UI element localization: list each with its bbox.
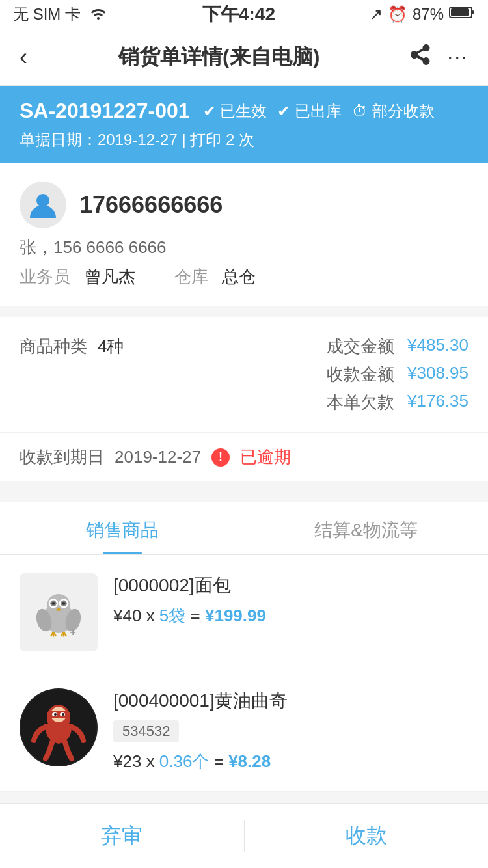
customer-meta: 业务员 曾凡杰 仓库 总仓 <box>20 265 468 288</box>
due-section: 收款到期日 2019-12-27 ! 已逾期 <box>0 432 488 481</box>
tab-sales-products[interactable]: 销售商品 <box>0 502 244 554</box>
stats-debt: 本单欠款 ¥176.35 <box>327 391 468 414</box>
nav-title: 销货单详情(来自电脑) <box>118 43 319 72</box>
cancel-button[interactable]: 弃审 <box>0 804 244 868</box>
due-date-value: 2019-12-27 <box>115 447 201 467</box>
tabs: 销售商品 结算&物流等 <box>0 502 488 555</box>
svg-point-28 <box>62 713 64 716</box>
carrier-text: 无 SIM 卡 <box>13 4 81 25</box>
product-qty-1: 5袋 <box>159 606 185 625</box>
debt-value: ¥176.35 <box>407 391 468 414</box>
alarm-icon: ⏰ <box>388 5 407 23</box>
received-value: ¥308.95 <box>407 363 468 386</box>
divider-2 <box>0 481 488 492</box>
overdue-icon: ! <box>211 448 230 467</box>
product-price-1: ¥40 x 5袋 = ¥199.99 <box>113 604 468 627</box>
salesperson-value: 曾凡杰 <box>85 267 135 286</box>
customer-contact: 张，156 6666 6666 <box>20 236 468 259</box>
location-icon: ↗ <box>370 5 383 23</box>
svg-rect-1 <box>451 8 469 16</box>
customer-section: 17666666666 张，156 6666 6666 业务员 曾凡杰 仓库 总… <box>0 163 488 306</box>
customer-phone: 17666666666 <box>79 191 223 219</box>
battery-icon <box>449 5 475 23</box>
customer-row1: 17666666666 <box>20 182 468 228</box>
product-qty-2: 0.36个 <box>159 752 210 771</box>
status-bar-left: 无 SIM 卡 <box>13 4 108 25</box>
badge-effected: ✔ 已生效 <box>203 101 267 122</box>
stats-amount: 成交金额 ¥485.30 <box>327 335 468 358</box>
product-list: + [0000002]面包 ¥40 x 5袋 = ¥199.99 <box>0 555 488 792</box>
badge-partial-payment: ⏱ 部分收款 <box>352 101 435 122</box>
product-price-2: ¥23 x 0.36个 = ¥8.28 <box>113 750 468 773</box>
divider-1 <box>0 306 488 317</box>
product-name-2: [000400001]黄油曲奇 <box>113 688 468 713</box>
stats-right: 成交金额 ¥485.30 收款金额 ¥308.95 本单欠款 ¥176.35 <box>327 335 468 414</box>
share-button[interactable] <box>411 44 431 70</box>
header-banner-row1: SA-20191227-001 ✔ 已生效 ✔ 已出库 ⏱ 部分收款 <box>20 99 468 123</box>
header-banner: SA-20191227-001 ✔ 已生效 ✔ 已出库 ⏱ 部分收款 单据日期：… <box>0 86 488 163</box>
status-badges: ✔ 已生效 ✔ 已出库 ⏱ 部分收款 <box>203 101 435 122</box>
status-bar-time: 下午4:42 <box>202 2 275 27</box>
back-button[interactable]: ‹ <box>20 44 27 71</box>
more-button[interactable]: ··· <box>447 45 468 69</box>
product-name-1: [0000002]面包 <box>113 573 468 598</box>
wifi-icon <box>88 5 108 23</box>
product-type-count: 4种 <box>98 335 124 358</box>
stats-received: 收款金额 ¥308.95 <box>327 363 468 386</box>
product-thumb-2 <box>20 688 98 766</box>
svg-text:+: + <box>70 627 76 638</box>
overdue-text: 已逾期 <box>240 446 291 468</box>
product-info-2: [000400001]黄油曲奇 534532 ¥23 x 0.36个 = ¥8.… <box>113 688 468 773</box>
avatar <box>20 182 66 228</box>
svg-rect-24 <box>47 711 70 718</box>
product-item-1: + [0000002]面包 ¥40 x 5袋 = ¥199.99 <box>0 555 488 670</box>
product-info-1: [0000002]面包 ¥40 x 5袋 = ¥199.99 <box>113 573 468 627</box>
product-total-1: ¥199.99 <box>205 606 266 625</box>
stats-section: 商品种类 4种 成交金额 ¥485.30 收款金额 ¥308.95 本单欠款 ¥… <box>0 317 488 432</box>
product-total-2: ¥8.28 <box>228 752 271 771</box>
warehouse-value: 总仓 <box>222 267 256 286</box>
badge-outstock: ✔ 已出库 <box>277 101 342 122</box>
status-bar: 无 SIM 卡 下午4:42 ↗ ⏰ 87% <box>0 0 488 29</box>
svg-point-27 <box>54 713 57 716</box>
received-label: 收款金额 <box>327 363 394 386</box>
nav-actions: ··· <box>411 44 468 70</box>
product-unit-price-1: ¥40 <box>113 606 141 625</box>
amount-value: ¥485.30 <box>407 335 468 358</box>
amount-label: 成交金额 <box>327 335 394 358</box>
product-thumb-1: + <box>20 573 98 651</box>
bottom-bar: 弃审 收款 <box>0 803 488 868</box>
product-unit-price-2: ¥23 <box>113 752 141 771</box>
warehouse-label: 仓库 <box>174 267 208 286</box>
nav-bar: ‹ 销货单详情(来自电脑) ··· <box>0 29 488 86</box>
product-item-2: [000400001]黄油曲奇 534532 ¥23 x 0.36个 = ¥8.… <box>0 670 488 792</box>
due-date-label: 收款到期日 <box>20 446 104 468</box>
stats-left: 商品种类 4种 <box>20 335 124 358</box>
status-bar-right: ↗ ⏰ 87% <box>370 5 475 23</box>
svg-point-10 <box>62 602 66 605</box>
debt-label: 本单欠款 <box>327 391 394 414</box>
product-type-label: 商品种类 <box>20 335 87 358</box>
order-id: SA-20191227-001 <box>20 99 190 123</box>
header-doc-date: 单据日期：2019-12-27 | 打印 2 次 <box>20 129 468 150</box>
product-sku-2: 534532 <box>113 720 179 742</box>
confirm-payment-button[interactable]: 收款 <box>245 804 489 868</box>
salesperson-label: 业务员 <box>20 267 70 286</box>
tab-settlement[interactable]: 结算&物流等 <box>244 502 488 554</box>
battery-text: 87% <box>413 5 444 23</box>
svg-point-7 <box>52 602 55 605</box>
